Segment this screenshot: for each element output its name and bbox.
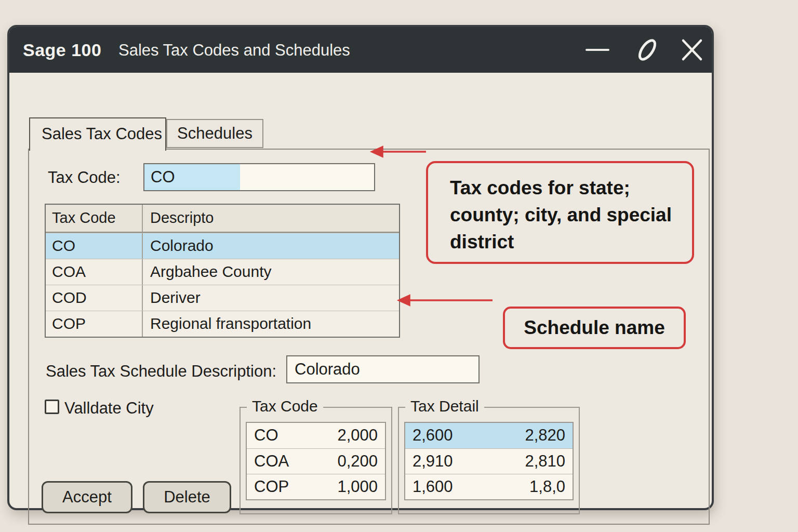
cell-description: Deriver	[143, 285, 399, 311]
app-name: Sage 100	[23, 27, 101, 73]
cell-value: 2,820	[525, 423, 565, 448]
tax-codes-table: Tax Code Descripto CO Colorado COA Argba…	[45, 204, 400, 338]
cell-value: 2,600	[413, 423, 453, 448]
cell-description: Regional fransportation	[143, 311, 399, 337]
tab-schedules[interactable]: Schedules	[166, 119, 263, 148]
cell-description: Argbahee County	[143, 259, 399, 285]
cell-code: COP	[254, 474, 289, 499]
cell-code: COA	[254, 449, 289, 474]
tax-code-group: Tax Code CO 2,000 COA 0,200 COP 1,000	[240, 407, 392, 514]
tab-sales-tax-codes[interactable]: Sales Tax Codes	[29, 117, 166, 151]
column-header-tax-code: Tax Code	[46, 205, 143, 232]
cell-tax-code: COP	[46, 311, 143, 337]
cell-tax-code: COA	[46, 259, 143, 285]
list-item[interactable]: CO 2,000	[247, 423, 385, 448]
minimize-button[interactable]	[579, 27, 616, 73]
annotation-line: district	[450, 229, 692, 256]
cell-value: 1,8,0	[529, 474, 565, 499]
cell-value: 2,810	[525, 449, 565, 474]
cell-value: 2,910	[413, 449, 453, 474]
cell-rate: 1,000	[337, 474, 378, 499]
tax-code-rate-table: CO 2,000 COA 0,200 COP 1,000	[246, 422, 386, 500]
title-bar: Sage 100 Sales Tax Codes and Schedules	[9, 27, 712, 73]
edit-button[interactable]	[629, 27, 666, 73]
cell-code: CO	[254, 423, 278, 448]
annotation-line: Tax codes for state;	[450, 175, 692, 202]
cell-tax-code: CO	[46, 233, 143, 259]
list-item[interactable]: 2,910 2,810	[405, 448, 573, 474]
list-item[interactable]: 1,600 1,8,0	[405, 474, 573, 499]
cell-rate: 0,200	[337, 449, 378, 474]
table-row[interactable]: COA Argbahee County	[46, 259, 399, 285]
list-item[interactable]: COP 1,000	[247, 474, 385, 499]
annotation-line: county; city, and special	[450, 202, 692, 229]
window-title: Sales Tax Codes and Schedules	[118, 27, 350, 73]
screenshot-stage: Sage 100 Sales Tax Codes and Schedules S…	[0, 0, 798, 532]
cell-description: Colorado	[143, 233, 399, 259]
close-button[interactable]	[673, 27, 711, 73]
delete-button[interactable]: Delete	[143, 481, 231, 513]
cell-value: 1,600	[413, 474, 453, 499]
annotation-tax-codes-callout: Tax codes for state; county; city, and s…	[426, 161, 694, 264]
list-item[interactable]: 2,600 2,820	[405, 423, 573, 448]
annotation-schedule-name-callout: Schedule name	[503, 307, 686, 349]
minimize-icon	[586, 49, 609, 51]
app-window: Sage 100 Sales Tax Codes and Schedules S…	[7, 25, 714, 510]
column-header-description: Descripto	[143, 205, 399, 232]
table-row[interactable]: CO Colorado	[46, 233, 399, 259]
table-header-row: Tax Code Descripto	[46, 205, 399, 233]
table-row[interactable]: COP Regional fransportation	[46, 311, 399, 337]
tax-code-group-legend: Tax Code	[247, 397, 323, 415]
tax-detail-group-legend: Tax Detail	[405, 397, 484, 415]
cell-tax-code: COD	[46, 285, 143, 311]
table-row[interactable]: COD Deriver	[46, 285, 399, 311]
tax-detail-table: 2,600 2,820 2,910 2,810 1,600 1,8,0	[404, 422, 574, 500]
tax-detail-group: Tax Detail 2,600 2,820 2,910 2,810 1,600…	[398, 407, 580, 514]
close-icon	[681, 37, 703, 62]
list-item[interactable]: COA 0,200	[247, 448, 385, 474]
pencil-icon	[636, 35, 659, 64]
cell-rate: 2,000	[337, 423, 378, 448]
accept-button[interactable]: Accept	[42, 481, 132, 513]
